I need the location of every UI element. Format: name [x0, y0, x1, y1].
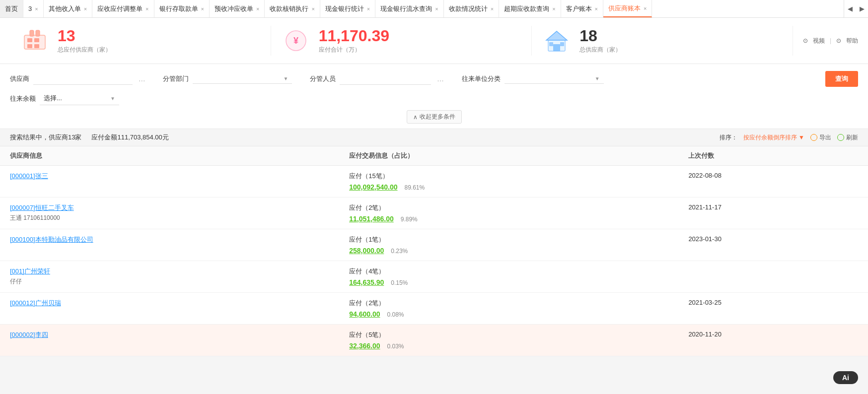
supplier-info-4: [001]广州荣轩 仔仔 — [10, 267, 349, 286]
nav-bank-label: 银行存取款单 — [159, 4, 198, 13]
tx-amount-1[interactable]: 100,092,540.00 — [349, 183, 397, 191]
nav-prev-arrow[interactable]: ◀ — [844, 0, 856, 18]
nav-other-income-close[interactable]: × — [84, 6, 87, 12]
filter-row-2: 往来余额 选择... ▼ — [10, 92, 858, 105]
category-select[interactable]: ▼ — [505, 74, 604, 84]
supplier-link-5[interactable]: [000012]广州贝瑞 — [10, 299, 349, 308]
supplier-input[interactable] — [33, 73, 133, 85]
tx-amount-2[interactable]: 11,051,486.00 — [349, 215, 394, 223]
supplier-link-6[interactable]: [000002]李四 — [10, 330, 349, 339]
table-row: [000002]李四 应付（5笔） 32,366.00 0.03% 2020-1… — [0, 325, 868, 356]
nav-cash-stat-close[interactable]: × — [367, 6, 370, 12]
filter-person: 分管人员 ... — [310, 73, 443, 85]
tx-label-4: 应付（4笔） — [349, 267, 688, 276]
tx-amount-4[interactable]: 164,635.90 — [349, 278, 384, 286]
data-table: 供应商信息 应付交易信息（占比） 上次付数 [000001]张三 应付（15笔）… — [0, 146, 868, 356]
nav-other-income[interactable]: 其他收入单 × — [44, 0, 92, 17]
filter-area: 供应商 ... 分管部门 ▼ 分管人员 ... 往来单位分类 — [0, 64, 868, 129]
category-chevron-icon: ▼ — [595, 76, 600, 81]
nav-cash-bank-stat[interactable]: 现金银行统计 × — [320, 0, 375, 17]
tx-amount-6[interactable]: 32,366.00 — [349, 342, 380, 350]
video-link[interactable]: 视频 — [813, 37, 825, 45]
nav-bank-deposit[interactable]: 银行存取款单 × — [154, 0, 210, 17]
nav-customer-close[interactable]: × — [595, 6, 598, 12]
supplier-link-1[interactable]: [000001]张三 — [10, 172, 349, 181]
nav-advance-offset[interactable]: 预收冲应收单 × — [210, 0, 265, 17]
stat-label-suppliers: 总应付供应商（家） — [58, 46, 111, 54]
tx-label-2: 应付（2笔） — [349, 203, 688, 212]
supplier-link-4[interactable]: [001]广州荣轩 — [10, 267, 349, 276]
balance-select[interactable]: 选择... ▼ — [40, 92, 119, 105]
tx-label-6: 应付（5笔） — [349, 330, 688, 339]
ai-label: Ai — [842, 374, 849, 382]
svg-rect-6 — [36, 30, 40, 36]
supplier-count-text: 搜索结果中，供应商13家 — [10, 133, 81, 142]
collapse-button[interactable]: ∧ 收起更多条件 — [407, 110, 462, 124]
nav-bank-close[interactable]: × — [201, 6, 204, 12]
filter-dept: 分管部门 ▼ — [163, 74, 292, 84]
nav-overdue-close[interactable]: × — [552, 6, 555, 12]
tx-row-6: 32,366.00 0.03% — [349, 340, 688, 350]
tx-label-3: 应付（1笔） — [349, 235, 688, 244]
nav-tab3-close[interactable]: × — [35, 6, 38, 12]
tx-row-3: 258,000.00 0.23% — [349, 245, 688, 255]
nav-cash-query-close[interactable]: × — [435, 6, 438, 12]
last-pay-6: 2020-11-20 — [688, 330, 858, 338]
nav-overdue-label: 超期应收款查询 — [504, 4, 549, 13]
dept-select[interactable]: ▼ — [193, 74, 292, 84]
nav-receipt-verify[interactable]: 收款核销执行 × — [265, 0, 320, 17]
col-header-lastpay: 上次付数 — [688, 151, 858, 160]
nav-overdue-query[interactable]: 超期应收款查询 × — [499, 0, 561, 17]
svg-rect-1 — [27, 38, 32, 42]
dept-filter-label: 分管部门 — [163, 74, 189, 83]
nav-receipt-close[interactable]: × — [311, 6, 314, 12]
person-input[interactable] — [340, 73, 431, 85]
nav-receipt-stat[interactable]: 收款情况统计 × — [444, 0, 499, 17]
stat-number-amount: 11,170.39 — [319, 28, 389, 44]
nav-cash-bank-query[interactable]: 现金银行流水查询 × — [375, 0, 443, 17]
export-icon — [810, 134, 817, 141]
person-dots[interactable]: ... — [437, 74, 443, 83]
export-button[interactable]: 导出 — [810, 133, 831, 142]
svg-marker-10 — [546, 31, 567, 40]
supplier-icon — [20, 26, 50, 56]
export-label: 导出 — [819, 133, 831, 142]
nav-home[interactable]: 首页 — [0, 0, 23, 17]
nav-supplier-label: 供应商账本 — [608, 4, 641, 13]
nav-advance-close[interactable]: × — [256, 6, 259, 12]
nav-ar-ap-close[interactable]: × — [145, 6, 148, 12]
nav-supplier-close[interactable]: × — [644, 5, 647, 11]
refresh-icon — [837, 134, 844, 141]
amount-summary-text: 应付金额111,703,854.00元 — [91, 133, 168, 142]
supplier-link-2[interactable]: [000007]恒旺二手叉车 — [10, 203, 349, 212]
stat-label-amount: 应付合计（万） — [319, 46, 389, 54]
search-button[interactable]: 查询 — [825, 71, 858, 87]
tx-label-5: 应付（2笔） — [349, 299, 688, 308]
nav-arrows: ◀ ▶ — [844, 0, 868, 18]
nav-receipt-stat-close[interactable]: × — [491, 6, 494, 12]
refresh-button[interactable]: 刷新 — [837, 133, 858, 142]
nav-tab3[interactable]: 3 × — [23, 0, 44, 17]
tx-amount-3[interactable]: 258,000.00 — [349, 247, 384, 255]
person-filter-label: 分管人员 — [310, 74, 336, 83]
ai-badge[interactable]: Ai — [833, 371, 858, 384]
tx-row-5: 94,600.00 0.08% — [349, 309, 688, 318]
nav-supplier-ledger[interactable]: 供应商账本 × — [603, 0, 652, 17]
svg-rect-12 — [549, 42, 553, 46]
help-link[interactable]: 帮助 — [846, 37, 858, 45]
last-pay-2: 2021-11-17 — [688, 203, 858, 211]
nav-customer-ledger[interactable]: 客户账本 × — [561, 0, 603, 17]
sort-value[interactable]: 按应付余额倒序排序 ▼ — [743, 133, 804, 142]
last-pay-5: 2021-03-25 — [688, 299, 858, 306]
supplier-sub-2: 王通 17106110000 — [10, 214, 349, 222]
collapse-label: 收起更多条件 — [420, 113, 455, 121]
header-stats: 13 总应付供应商（家） ¥ 11,170.39 应付合计（万） — [0, 18, 868, 64]
supplier-link-3[interactable]: [000100]本特勤油品有限公司 — [10, 235, 349, 244]
tx-amount-5[interactable]: 94,600.00 — [349, 310, 380, 318]
supplier-dots[interactable]: ... — [139, 74, 145, 83]
nav-next-arrow[interactable]: ▶ — [856, 0, 868, 18]
nav-ar-ap-adjust[interactable]: 应收应付调整单 × — [92, 0, 154, 17]
sort-label: 排序： — [720, 133, 737, 142]
category-filter-label: 往来单位分类 — [462, 74, 501, 83]
refresh-label: 刷新 — [846, 133, 858, 142]
